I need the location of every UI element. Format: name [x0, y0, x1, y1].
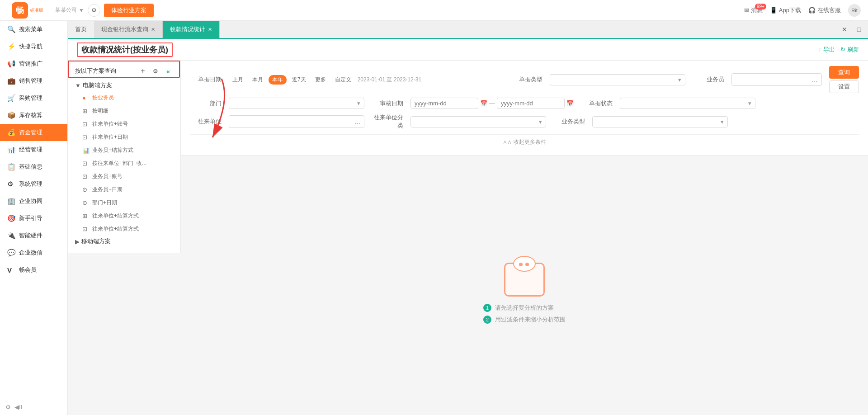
refresh-label: 刷新: [847, 46, 859, 54]
unit-method2-icon: ⊡: [82, 226, 90, 232]
sidebar-item-finance[interactable]: 💰 资金管理: [0, 124, 67, 141]
phone-icon: 📱: [770, 7, 777, 14]
date-tab-this-year[interactable]: 本年: [269, 75, 287, 85]
scheme-label: 往来单位+日期: [92, 133, 128, 141]
sidebar-item-marketing[interactable]: 📢 营销推广: [0, 55, 67, 72]
top-bar-left: 畅 标准版 某某公司 ▼ ⚙ 体验行业方案: [7, 2, 744, 19]
detail-scheme-icon: ⊞: [82, 108, 90, 114]
sidebar-item-search[interactable]: 🔍 搜索菜单: [0, 21, 67, 38]
sidebar-item-label: 销售管理: [19, 77, 42, 85]
topbar-settings-btn[interactable]: ⚙: [88, 4, 100, 17]
date-tab-last-month[interactable]: 上月: [229, 75, 247, 85]
app-download-label: App下载: [779, 6, 801, 14]
footer-collapse-icon[interactable]: ◀II: [14, 404, 22, 410]
counterparty-type-select[interactable]: ▾: [410, 116, 546, 127]
desktop-group-title[interactable]: ▼ 电脑端方案: [71, 80, 177, 91]
counterparty-more-btn[interactable]: ...: [354, 118, 360, 126]
salesperson-more-btn[interactable]: ...: [812, 75, 818, 84]
sidebar: 🔍 搜索菜单 ⚡ 快捷导航 📢 营销推广 💼 销售管理 🛒 采购管理 📦 库存核…: [0, 21, 68, 415]
user-name: Rit: [851, 8, 857, 13]
tab-collection-close[interactable]: ✕: [208, 27, 212, 33]
sidebar-item-wechat[interactable]: 💬 企业微信: [0, 244, 67, 261]
empty-eye-left: [519, 263, 523, 266]
group-label: 电脑端方案: [83, 81, 112, 90]
review-date-start-input[interactable]: [410, 98, 478, 109]
sidebar-item-system[interactable]: ⚙ 系统管理: [0, 175, 67, 193]
online-service-btn[interactable]: 🎧 在线客服: [808, 6, 841, 14]
sidebar-item-sales[interactable]: 💼 销售管理: [0, 72, 67, 90]
window-expand-icon[interactable]: □: [854, 24, 864, 35]
dept-label: 部门: [190, 99, 222, 108]
add-scheme-btn[interactable]: +: [138, 66, 148, 76]
scheme-dept-date[interactable]: ⊙ 部门+日期: [71, 196, 177, 209]
main-area: 首页 现金银行流水查询 ✕ 收款情况统计 ✕ ✕ □ 收款情况统计(按业务员) …: [68, 21, 868, 415]
notification-btn[interactable]: ✉ 消息 99+: [744, 6, 763, 14]
biz-type-select[interactable]: ▾: [592, 116, 728, 127]
counterparty-label: 往来单位: [190, 118, 222, 126]
scheme-salesperson-method[interactable]: 📊 业务员+结算方式: [71, 144, 177, 157]
scheme-unit-method1[interactable]: ⊞ 往来单位+结算方式: [71, 209, 177, 222]
sidebar-item-inventory[interactable]: 📦 库存核算: [0, 107, 67, 124]
notification-badge: 99+: [755, 4, 766, 9]
date-tab-this-month[interactable]: 本月: [249, 75, 267, 85]
scheme-salesperson-account[interactable]: ⊡ 业务员+账号: [71, 170, 177, 183]
scheme-unit-method2[interactable]: ⊡ 往来单位+结算方式: [71, 222, 177, 236]
group-label: 移动端方案: [81, 237, 111, 245]
export-button[interactable]: ↑ 导出: [819, 46, 835, 54]
calendar-icon-end[interactable]: 📅: [566, 100, 574, 107]
mobile-group-title[interactable]: ▶ 移动端方案: [71, 236, 177, 247]
scheme-label: 业务员+账号: [92, 173, 123, 180]
operations-icon: 📊: [7, 146, 15, 154]
tab-home[interactable]: 首页: [68, 21, 94, 38]
sidebar-item-quicknav[interactable]: ⚡ 快捷导航: [0, 38, 67, 55]
scheme-salesperson-date[interactable]: ⊙ 业务员+日期: [71, 183, 177, 196]
sidebar-item-vip[interactable]: V 畅会员: [0, 261, 67, 278]
service-icon: 🎧: [808, 7, 816, 14]
review-date-end-input[interactable]: [497, 98, 565, 109]
app-download-btn[interactable]: 📱 App下载: [770, 6, 801, 14]
calendar-icon-start[interactable]: 📅: [480, 100, 487, 107]
scheme-unit-dept-col[interactable]: ⊡ 按往来单位+部门+收...: [71, 157, 177, 170]
salesperson-select[interactable]: ...: [731, 73, 822, 86]
date-tab-7days[interactable]: 近7天: [288, 75, 310, 85]
date-tab-more[interactable]: 更多: [311, 75, 330, 85]
scheme-by-salesperson[interactable]: ● 按业务员: [71, 91, 177, 104]
sidebar-item-purchase[interactable]: 🛒 采购管理: [0, 90, 67, 107]
counterparty-select[interactable]: ...: [229, 115, 364, 128]
empty-eye-right: [525, 263, 529, 266]
window-close-icon[interactable]: ✕: [839, 24, 850, 35]
refresh-button[interactable]: ↻ 刷新: [840, 46, 859, 54]
empty-illustration: [497, 247, 552, 297]
trial-button[interactable]: 体验行业方案: [104, 4, 154, 17]
date-tab-custom[interactable]: 自定义: [331, 75, 355, 85]
sidebar-item-base[interactable]: 📋 基础信息: [0, 158, 67, 175]
tab-collection[interactable]: 收款情况统计 ✕: [163, 21, 220, 38]
footer-settings-icon[interactable]: ⚙: [5, 404, 11, 410]
sidebar-item-guide[interactable]: 🎯 新手引导: [0, 210, 67, 227]
scheme-unit-date[interactable]: ⊡ 往来单位+日期: [71, 131, 177, 144]
marketing-icon: 📢: [7, 60, 15, 68]
sidebar-item-operations[interactable]: 📊 经营管理: [0, 141, 67, 158]
tab-bank-close[interactable]: ✕: [151, 27, 155, 33]
scheme-by-detail[interactable]: ⊞ 按明细: [71, 104, 177, 118]
review-date-range: 📅 — 📅: [410, 98, 574, 109]
empty-state: 1 请先选择要分析的方案 2 用过滤条件来缩小分析范围: [181, 156, 868, 415]
scheme-unit-account[interactable]: ⊡ 往来单位+账号: [71, 118, 177, 131]
hint-number-1: 1: [483, 304, 491, 312]
wechat-icon: 💬: [7, 249, 15, 257]
filter-settings-button[interactable]: 设置: [829, 80, 859, 93]
scheme-settings-btn[interactable]: ⚙: [151, 66, 160, 76]
tab-bank[interactable]: 现金银行流水查询 ✕: [94, 21, 163, 38]
query-button[interactable]: 查询: [829, 66, 859, 79]
doc-status-select[interactable]: ▾: [620, 98, 755, 109]
collapse-conditions-btn[interactable]: ∧∧ 收起更多条件: [190, 134, 859, 150]
unit-account-icon: ⊡: [82, 121, 90, 127]
sidebar-item-iot[interactable]: 🔌 智能硬件: [0, 227, 67, 244]
filter-row-3: 往来单位 ... 往来单位分类 ▾ 业务类型 ▾: [190, 113, 859, 130]
user-avatar[interactable]: Rit: [848, 4, 861, 17]
sidebar-item-corp[interactable]: 🏢 企业协同: [0, 193, 67, 210]
doc-type-select[interactable]: ▾: [550, 74, 685, 85]
date-tabs: 上月 本月 本年 近7天 更多 自定义: [229, 75, 355, 85]
panel-collapse-btn[interactable]: «: [163, 66, 173, 76]
dept-select[interactable]: ▾: [229, 98, 364, 109]
